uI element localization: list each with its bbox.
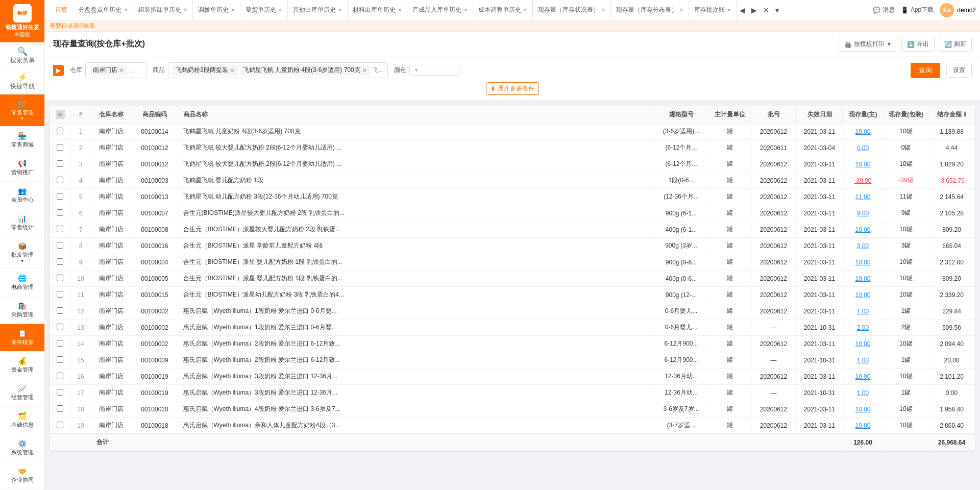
tab-chanchengruku-close[interactable]: ✕ xyxy=(463,7,468,13)
row-checkbox-15[interactable] xyxy=(50,369,70,385)
row-checkbox-16[interactable] xyxy=(50,385,70,401)
warehouse-dots[interactable]: ... xyxy=(129,67,134,74)
refresh-btn[interactable]: 🔄 刷新 xyxy=(939,37,972,52)
row-check-11[interactable] xyxy=(57,307,63,314)
row-stock-main-12[interactable]: 2.00 xyxy=(843,320,884,336)
sidebar-item-wholesale[interactable]: 📦 批发管理 ▼ xyxy=(0,237,44,269)
sidebar-logo[interactable]: 畅捷 畅捷通好生意 标题版 xyxy=(0,0,44,42)
row-stock-main-7[interactable]: 3.00 xyxy=(843,238,884,254)
tab-qitachuKu-close[interactable]: ✕ xyxy=(338,7,342,13)
row-stock-main-14[interactable]: 1.00 xyxy=(843,352,884,369)
warehouse-filter-input[interactable]: 南岸门店 ✕ ... xyxy=(85,62,146,78)
row-checkbox-12[interactable] xyxy=(50,320,70,336)
row-checkbox-14[interactable] xyxy=(50,352,70,369)
expand-toggle-btn[interactable]: ⬇ 展开更多条件 xyxy=(486,82,539,95)
row-check-13[interactable] xyxy=(57,340,63,347)
row-checkbox-3[interactable] xyxy=(50,173,70,189)
row-checkbox-5[interactable] xyxy=(50,205,70,222)
sidebar-item-basic[interactable]: 🗂️ 基础信息 xyxy=(0,407,44,434)
sidebar-item-inventory[interactable]: 📋 库存核算 xyxy=(0,324,44,352)
row-check-9[interactable] xyxy=(57,275,63,281)
row-check-3[interactable] xyxy=(57,177,63,183)
sidebar-item-retailstats[interactable]: 📊 零售统计 xyxy=(0,209,44,237)
row-stock-main-2[interactable]: 10.00 xyxy=(843,156,884,173)
row-check-10[interactable] xyxy=(57,291,63,298)
row-check-18[interactable] xyxy=(57,422,63,428)
tab-xiancunliangzt-close[interactable]: ✕ xyxy=(601,7,605,13)
row-checkbox-10[interactable] xyxy=(50,287,70,303)
row-stock-main-3[interactable]: -39.00 xyxy=(843,173,884,189)
sidebar-item-ecommerce[interactable]: 🌐 电商管理 xyxy=(0,269,44,297)
sidebar-item-retail[interactable]: 🛒 零售管理 ▼ xyxy=(0,94,44,127)
row-checkbox-8[interactable] xyxy=(50,254,70,271)
row-check-17[interactable] xyxy=(57,405,63,412)
sidebar-item-purchase[interactable]: 🛍️ 采购管理 xyxy=(0,297,44,324)
row-check-4[interactable] xyxy=(57,193,63,200)
row-check-7[interactable] xyxy=(57,242,63,249)
tab-yaohuo-close[interactable]: ✕ xyxy=(278,7,282,13)
print-btn[interactable]: 🖨️ 按模板打印 ▼ xyxy=(839,37,897,52)
color-filter-input[interactable]: ▼ xyxy=(409,65,460,76)
row-stock-main-6[interactable]: 10.00 xyxy=(843,222,884,238)
home-tab[interactable]: 首页 xyxy=(49,0,74,20)
row-checkbox-0[interactable] xyxy=(50,124,70,140)
tab-prev-btn[interactable]: ◀ xyxy=(737,0,748,20)
tab-chanchengruku[interactable]: 产成品入库单历史 ✕ xyxy=(407,0,473,20)
row-check-2[interactable] xyxy=(57,160,63,167)
tab-yaohuo[interactable]: 要货单历史 ✕ xyxy=(240,0,288,20)
tab-chenbentiaoz-close[interactable]: ✕ xyxy=(523,7,527,13)
sidebar-item-operation[interactable]: 📈 经营管理 xyxy=(0,379,44,407)
tab-cailiaochu[interactable]: 材料出库单历史 ✕ xyxy=(348,0,407,20)
row-stock-main-4[interactable]: 11.00 xyxy=(843,189,884,205)
row-check-8[interactable] xyxy=(57,258,63,265)
col-settings-icon[interactable]: ⚙ xyxy=(56,110,65,119)
sidebar-item-system[interactable]: ⚙️ 系统管理 xyxy=(0,434,44,462)
sidebar-item-search[interactable]: 🔍 搜索英单 xyxy=(0,42,44,69)
row-stock-main-13[interactable]: 10.00 xyxy=(843,336,884,352)
message-btn[interactable]: 💬 消息 xyxy=(873,6,895,14)
row-checkbox-1[interactable] xyxy=(50,140,70,156)
tab-chenbentiaoz[interactable]: 成本调整单历史 ✕ xyxy=(473,0,533,20)
row-check-6[interactable] xyxy=(57,226,63,232)
tab-kucunpici[interactable]: 库存批次账 ✕ xyxy=(689,0,737,20)
tab-xiancunliangfb-close[interactable]: ✕ xyxy=(679,7,683,13)
row-checkbox-11[interactable] xyxy=(50,303,70,320)
settings-btn[interactable]: 设置 xyxy=(946,63,972,78)
warehouse-tag-close[interactable]: ✕ xyxy=(119,67,124,74)
appdownload-btn[interactable]: 📱 App下载 xyxy=(901,6,934,14)
row-checkbox-6[interactable] xyxy=(50,222,70,238)
row-check-1[interactable] xyxy=(57,144,63,151)
product-filter-input[interactable]: 飞鹤奶粉3段两提装 ✕ 飞鹤星飞帆 儿童奶粉 4段(3-6岁适用) 700克 ✕… xyxy=(168,62,388,78)
product-dots[interactable]: 飞... xyxy=(372,66,383,75)
row-stock-main-5[interactable]: 9.00 xyxy=(843,205,884,222)
product-tag-1-close[interactable]: ✕ xyxy=(362,67,367,74)
tab-xiancunliangfb[interactable]: 现存量（库存分布表） ✕ xyxy=(611,0,689,20)
export-btn[interactable]: ⬇️ 导出 xyxy=(901,37,935,52)
row-checkbox-2[interactable] xyxy=(50,156,70,173)
product-tag-0-close[interactable]: ✕ xyxy=(230,67,235,74)
row-check-0[interactable] xyxy=(57,128,63,134)
th-settings[interactable]: ⚙ xyxy=(50,106,70,124)
row-check-16[interactable] xyxy=(57,389,63,396)
tab-diaoBo-close[interactable]: ✕ xyxy=(231,7,235,13)
row-stock-main-16[interactable]: 1.00 xyxy=(843,385,884,401)
row-stock-main-10[interactable]: 10.00 xyxy=(843,287,884,303)
sidebar-item-collab[interactable]: 🤝 企业协同 xyxy=(0,462,44,489)
row-check-14[interactable] xyxy=(57,356,63,363)
sidebar-item-finance[interactable]: 💰 资金管理 xyxy=(0,352,44,379)
tab-fenpan[interactable]: 分盘盘点单历史 ✕ xyxy=(74,0,133,20)
tab-zuzhuang[interactable]: 组装拆卸单历史 ✕ xyxy=(133,0,193,20)
row-stock-main-18[interactable]: 10.00 xyxy=(843,418,884,434)
row-checkbox-7[interactable] xyxy=(50,238,70,254)
tab-xiancunliangzt[interactable]: 现存量（库存状况表） ✕ xyxy=(533,0,611,20)
sidebar-item-member[interactable]: 👥 会员中心 xyxy=(0,182,44,209)
tab-zuzhuang-close[interactable]: ✕ xyxy=(183,7,187,13)
row-checkbox-13[interactable] xyxy=(50,336,70,352)
row-check-12[interactable] xyxy=(57,324,63,330)
tab-close-btn[interactable]: ✕ xyxy=(760,0,772,20)
row-checkbox-9[interactable] xyxy=(50,271,70,287)
row-stock-main-9[interactable]: 10.00 xyxy=(843,271,884,287)
row-check-5[interactable] xyxy=(57,209,63,216)
user-btn[interactable]: Ea demo2 xyxy=(940,3,976,17)
query-btn[interactable]: 查询 xyxy=(911,63,940,78)
